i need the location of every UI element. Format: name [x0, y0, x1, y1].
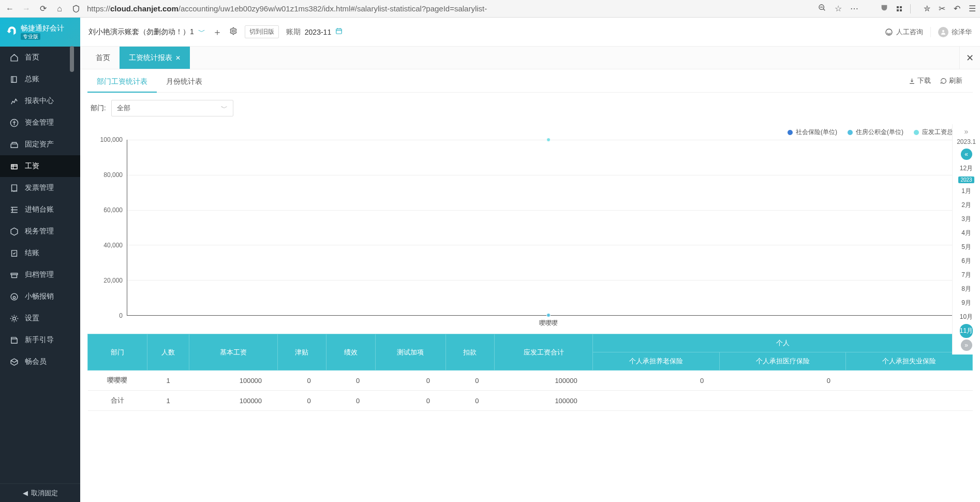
svg-line-2 — [823, 9, 825, 10]
pocket-icon[interactable] — [880, 4, 888, 14]
star-icon[interactable]: ☆ — [835, 4, 842, 13]
more-icon[interactable]: ⋯ — [850, 4, 858, 13]
cut-icon[interactable]: ✂ — [939, 4, 945, 13]
back-icon[interactable]: ← — [4, 3, 16, 14]
reload-icon[interactable]: ⟳ — [37, 3, 49, 14]
shield-icon[interactable] — [70, 3, 82, 14]
undo-icon[interactable]: ↶ — [954, 4, 960, 13]
menu-icon[interactable]: ☰ — [969, 4, 976, 13]
home-icon[interactable]: ⌂ — [54, 3, 65, 14]
bookmark-star-icon[interactable]: ✮ — [924, 4, 930, 13]
forward-icon[interactable]: → — [21, 3, 32, 14]
apps-icon[interactable] — [897, 6, 902, 11]
url-bar[interactable]: https://cloud.chanjet.com/accounting/uw1… — [87, 4, 813, 13]
zoom-out-icon[interactable] — [818, 4, 826, 14]
browser-toolbar: ← → ⟳ ⌂ https://cloud.chanjet.com/accoun… — [0, 0, 980, 18]
